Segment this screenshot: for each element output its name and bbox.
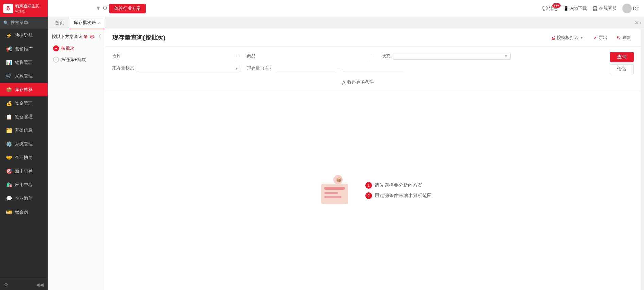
sidebar-item-member[interactable]: 🎫 畅会员 (0, 205, 48, 219)
main-close-icon[interactable]: × (635, 19, 639, 26)
left-panel-actions: ⊕ ⊛ 《 (83, 33, 101, 40)
operation-icon: 📋 (5, 113, 12, 120)
collapse-more-button[interactable]: ⋀ 收起更多条件 (112, 76, 603, 85)
topbar-search-area: ▼ ⚙ 体验行业方案 (53, 4, 539, 13)
schema-item-warehouse-batch[interactable]: ○ 按仓库+批次 (48, 54, 105, 66)
tabs-bar: 首页 库存批次账 × × › (48, 17, 644, 29)
tab-close-icon[interactable]: × (98, 20, 100, 25)
wechat-icon: 💬 (5, 195, 12, 202)
stock-status-select[interactable]: ▼ (137, 65, 241, 72)
member-icon: 🎫 (5, 209, 12, 215)
sidebar-item-system[interactable]: ⚙️ 系统管理 (0, 137, 48, 151)
query-button[interactable]: 查询 (610, 52, 634, 62)
message-icon: 💬 (542, 6, 548, 11)
sidebar-item-inventory[interactable]: 📦 库存核算 (0, 83, 48, 96)
enterprise-icon: 🤝 (5, 154, 12, 161)
page-header: 现存量查询(按批次) 🖨 按模板打印 ▼ ↗ 导出 ↻ 刷新 (105, 29, 641, 47)
add-schema-icon[interactable]: ⊕ (83, 33, 88, 40)
export-button[interactable]: ↗ 导出 (590, 33, 610, 42)
sidebar-item-marketing[interactable]: 📢 营销推广 (0, 42, 48, 56)
tab-inventory-batch[interactable]: 库存批次账 × (69, 17, 105, 29)
newbie-icon: 🎯 (5, 168, 12, 175)
sidebar-nav: ⚡ 快捷导航 📢 营销推广 📊 销售管理 🛒 采购管理 📦 库存核算 💰 资金管… (0, 29, 48, 279)
main-area: ▼ ⚙ 体验行业方案 💬 消息 99+ 📱 App下载 🎧 在线客服 Rit (48, 0, 644, 290)
print-icon: 🖨 (550, 35, 555, 40)
sidebar-item-operation[interactable]: 📋 经营管理 (0, 110, 48, 124)
topbar: ▼ ⚙ 体验行业方案 💬 消息 99+ 📱 App下载 🎧 在线客服 Rit (48, 0, 644, 17)
right-scrollbar[interactable] (641, 29, 644, 290)
status-dropdown-icon: ▼ (504, 54, 508, 58)
empty-illustration: 📦 (314, 170, 355, 211)
status-select[interactable]: ▼ (393, 53, 511, 60)
topbar-right: 💬 消息 99+ 📱 App下载 🎧 在线客服 Rit (542, 4, 639, 13)
warehouse-filter: 仓库 ··· (112, 52, 241, 60)
schema-settings-icon[interactable]: ⊛ (90, 33, 94, 40)
trial-button[interactable]: 体验行业方案 (109, 4, 146, 13)
avatar-image (622, 4, 632, 13)
sidebar-item-quick[interactable]: ⚡ 快捷导航 (0, 29, 48, 42)
sidebar-item-purchase[interactable]: 🛒 采购管理 (0, 69, 48, 83)
system-icon: ⚙️ (5, 141, 12, 147)
marketing-icon: 📢 (5, 46, 12, 52)
print-dropdown-icon[interactable]: ▼ (580, 36, 583, 40)
messages-button[interactable]: 💬 消息 99+ (542, 5, 558, 12)
phone-icon: 📱 (563, 6, 569, 11)
export-icon: ↗ (593, 35, 597, 40)
sidebar-item-appstore[interactable]: 🛍️ 应用中心 (0, 178, 48, 192)
sidebar-item-sales[interactable]: 📊 销售管理 (0, 56, 48, 69)
left-schema-panel: 按以下方案查询 ⊕ ⊛ 《 ● 按批次 ○ 按仓库+批次 (48, 29, 105, 290)
collapse-icon: ⋀ (342, 80, 346, 85)
stock-status-filter: 现存量状态 ▼ (112, 65, 241, 72)
sidebar-item-enterprise[interactable]: 🤝 企业协同 (0, 151, 48, 164)
stock-qty-max-input[interactable] (343, 64, 403, 72)
warehouse-more-icon[interactable]: ··· (234, 53, 241, 59)
collapse-panel-icon[interactable]: 《 (96, 34, 101, 40)
empty-tips: 1 请先选择要分析的方案 2 用过滤条件来缩小分析范围 (365, 182, 432, 199)
app-download-button[interactable]: 📱 App下载 (563, 5, 587, 12)
user-avatar[interactable]: Rit (622, 4, 639, 13)
sidebar-item-base[interactable]: 🗂️ 基础信息 (0, 124, 48, 137)
sidebar-item-finance[interactable]: 💰 资金管理 (0, 96, 48, 110)
sidebar-item-newbie[interactable]: 🎯 新手引导 (0, 164, 48, 178)
print-template-button[interactable]: 🖨 按模板打印 ▼ (548, 33, 586, 42)
page-title: 现存量查询(按批次) (112, 34, 165, 42)
search-menu-item[interactable]: 🔍 搜索菜单 (0, 17, 48, 29)
sidebar-item-wechat[interactable]: 💬 企业微信 (0, 192, 48, 205)
purchase-icon: 🛒 (5, 73, 12, 79)
svg-rect-2 (324, 192, 338, 194)
sidebar: 6 畅康通好生意 标准版 🔍 搜索菜单 ⚡ 快捷导航 📢 营销推广 📊 销售管理… (0, 0, 48, 290)
status-filter: 状态 ▼ (382, 53, 511, 60)
stock-qty-min-input[interactable] (276, 64, 336, 72)
sidebar-collapse-icon[interactable]: ◀◀ (36, 282, 44, 287)
filter-area: 仓库 ··· 商品 ··· 状态 (105, 47, 641, 91)
topbar-dropdown-icon[interactable]: ▼ (96, 6, 101, 11)
warehouse-input[interactable] (124, 52, 234, 60)
topbar-gear-icon[interactable]: ⚙ (103, 5, 107, 12)
online-service-button[interactable]: 🎧 在线客服 (592, 5, 617, 12)
tab-home[interactable]: 首页 (50, 17, 69, 29)
goods-filter: 商品 ··· (247, 52, 376, 60)
right-panel: 现存量查询(按批次) 🖨 按模板打印 ▼ ↗ 导出 ↻ 刷新 (105, 29, 641, 290)
schema-item-batch[interactable]: ● 按批次 (48, 42, 105, 54)
app-name-text: 畅康通好生意 标准版 (15, 4, 39, 14)
sidebar-header: 6 畅康通好生意 标准版 (0, 0, 48, 17)
stock-qty-range: — (276, 64, 403, 72)
page-actions: 🖨 按模板打印 ▼ ↗ 导出 ↻ 刷新 (548, 33, 634, 42)
empty-state: 📦 1 请先选择要分析的方案 2 用过滤条件来缩小分析范围 (105, 91, 641, 290)
svg-text:📦: 📦 (336, 177, 342, 183)
app-logo: 6 (3, 4, 13, 13)
quick-icon: ⚡ (5, 32, 12, 39)
filter-row-2: 现存量状态 ▼ 现存量（主） — (112, 64, 603, 72)
sidebar-footer: ⚙ ◀◀ (0, 279, 48, 290)
schema-inactive-dot: ○ (53, 57, 59, 63)
chevron-right-icon[interactable]: › (640, 21, 641, 25)
refresh-button[interactable]: ↻ 刷新 (614, 33, 634, 42)
goods-more-icon[interactable]: ··· (369, 53, 376, 59)
content-area: 按以下方案查询 ⊕ ⊛ 《 ● 按批次 ○ 按仓库+批次 现存量查询(按批次) (48, 29, 644, 290)
filter-row-1: 仓库 ··· 商品 ··· 状态 (112, 52, 603, 60)
settings-button[interactable]: 设置 (610, 64, 634, 74)
svg-rect-1 (324, 187, 345, 190)
settings-gear-icon[interactable]: ⚙ (4, 282, 9, 287)
svg-rect-3 (324, 196, 341, 198)
goods-input[interactable] (258, 52, 369, 60)
